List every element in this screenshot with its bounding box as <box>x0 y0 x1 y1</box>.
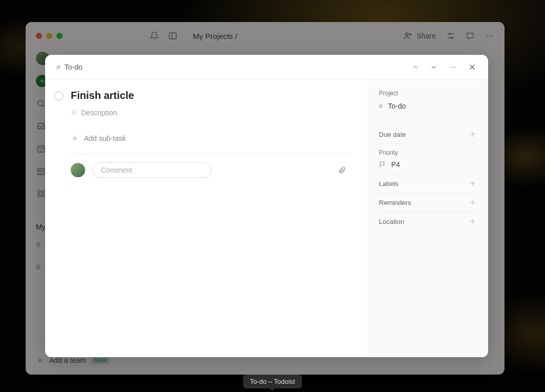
meta-project-label: Project <box>379 90 477 97</box>
add-subtask-button[interactable]: Add sub-task <box>71 134 352 142</box>
task-detail-modal: # To-do Finish article <box>45 55 488 357</box>
task-complete-checkbox[interactable] <box>54 91 64 100</box>
dock-tooltip: To-do – Todoist <box>243 375 302 388</box>
meta-priority-value[interactable]: P4 <box>379 160 477 169</box>
modal-main: Finish article Description Add sub-task <box>45 79 368 357</box>
hash-icon: # <box>379 102 383 110</box>
meta-due-date-row[interactable]: Due date <box>379 125 477 144</box>
meta-project-value[interactable]: # To-do <box>379 102 477 110</box>
add-subtask-label: Add sub-task <box>84 134 126 142</box>
divider <box>71 154 352 154</box>
close-modal-icon[interactable] <box>468 63 477 72</box>
meta-reminders-row[interactable]: Reminders <box>379 193 477 212</box>
plus-icon <box>469 179 477 188</box>
plus-icon <box>469 130 477 138</box>
meta-labels-row[interactable]: Labels <box>379 174 477 193</box>
meta-location-row[interactable]: Location <box>379 212 477 231</box>
meta-reminders-label: Reminders <box>379 199 411 207</box>
task-description-field[interactable]: Description <box>71 109 352 117</box>
modal-breadcrumb[interactable]: # To-do <box>56 63 83 71</box>
task-title[interactable]: Finish article <box>71 90 134 101</box>
more-options-icon[interactable] <box>448 63 457 72</box>
flag-icon <box>379 161 386 168</box>
avatar <box>71 163 85 177</box>
comment-input[interactable] <box>92 162 212 178</box>
description-icon <box>71 109 78 116</box>
modal-project-name: To-do <box>65 63 83 71</box>
attachment-icon[interactable] <box>338 166 346 174</box>
meta-location-label: Location <box>379 218 404 225</box>
modal-sidebar: Project # To-do Due date Priority P4 <box>368 79 488 357</box>
plus-icon <box>71 134 79 142</box>
svg-point-30 <box>452 66 453 67</box>
meta-labels-label: Labels <box>379 180 398 188</box>
svg-point-29 <box>450 66 451 67</box>
next-task-icon[interactable] <box>430 63 438 71</box>
description-placeholder: Description <box>81 109 117 117</box>
meta-due-date-label: Due date <box>379 131 406 138</box>
plus-icon <box>469 217 477 225</box>
hash-icon: # <box>56 63 60 71</box>
meta-priority-label: Priority <box>379 149 477 156</box>
svg-point-31 <box>454 66 455 67</box>
previous-task-icon[interactable] <box>411 63 419 71</box>
modal-header: # To-do <box>45 55 488 79</box>
plus-icon <box>469 198 477 207</box>
